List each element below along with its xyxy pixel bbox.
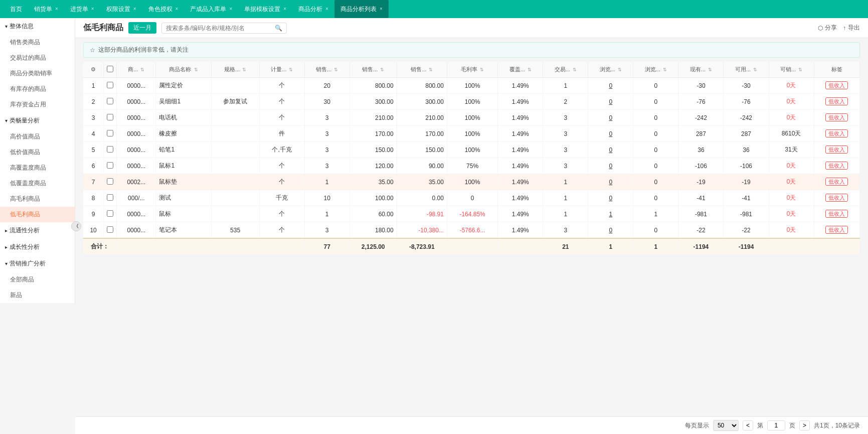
- nav-role-auth[interactable]: 角色授权 ×: [142, 0, 185, 18]
- col-select-all[interactable]: [104, 62, 117, 78]
- close-icon[interactable]: ×: [229, 0, 232, 18]
- page-label: 第: [757, 421, 763, 430]
- close-icon[interactable]: ×: [176, 0, 179, 18]
- sidebar-item-stocked-products[interactable]: 有库存的商品: [0, 81, 75, 97]
- nav-purchase-order[interactable]: 进货单 ×: [64, 0, 100, 18]
- sidebar-group-flow-analysis[interactable]: ▾ 类畅量分析: [0, 112, 75, 129]
- row-unit: 件: [259, 126, 304, 142]
- sidebar-group-marketing[interactable]: ▾ 营销推广分析: [0, 255, 75, 272]
- row-num: 10: [83, 222, 104, 239]
- row-transactions: 3: [543, 158, 588, 174]
- time-filter-button[interactable]: 近一月: [128, 22, 156, 34]
- row-coverage: 1.49%: [498, 94, 543, 110]
- sidebar-item-high-margin[interactable]: 高毛利商品: [0, 191, 75, 207]
- row-num: 2: [83, 94, 104, 110]
- sidebar-item-new-products[interactable]: 新品: [0, 287, 75, 303]
- close-icon[interactable]: ×: [91, 0, 94, 18]
- row-sales-profit: 90.00: [397, 158, 447, 174]
- row-coverage: 1.49%: [498, 158, 543, 174]
- export-icon: ↑: [843, 25, 846, 32]
- next-page-button[interactable]: >: [799, 420, 810, 430]
- close-icon[interactable]: ×: [55, 0, 58, 18]
- select-all-checkbox[interactable]: [107, 66, 113, 72]
- row-spec: [211, 190, 259, 206]
- warning-icon: ☆: [90, 47, 95, 54]
- row-coverage: 1.49%: [498, 206, 543, 222]
- row-current-stock: -19: [678, 174, 724, 190]
- row-transactions: 3: [543, 142, 588, 158]
- row-checkbox[interactable]: [107, 162, 113, 169]
- page-number-input[interactable]: [767, 420, 785, 430]
- row-sellable: 31天: [769, 142, 814, 158]
- row-coverage: 1.49%: [498, 190, 543, 206]
- row-num: 7: [83, 174, 104, 190]
- nav-product-analysis-list[interactable]: 商品分析列表 ×: [334, 0, 389, 18]
- row-transactions: 2: [543, 94, 588, 110]
- row-sales-qty: 1: [304, 206, 350, 222]
- close-icon[interactable]: ×: [325, 0, 328, 18]
- row-browse2: 0: [633, 190, 678, 206]
- sidebar-item-sales-products[interactable]: 销售类商品: [0, 35, 75, 50]
- pagination-bar: 每页显示 50 100 200 < 第 页 > 共1页，10条记录: [75, 416, 868, 434]
- product-table: ⚙ 商... ⇅ 商品名称 ⇅ 规格... ⇅ 计量... ⇅ 销售... ⇅ …: [83, 62, 860, 255]
- sidebar-item-high-coverage[interactable]: 高覆盖度商品: [0, 160, 75, 176]
- col-settings[interactable]: ⚙: [83, 62, 104, 78]
- nav-product-inbound[interactable]: 产成品入库单 ×: [184, 0, 238, 18]
- row-coverage: 1.49%: [498, 222, 543, 239]
- search-input[interactable]: [166, 25, 275, 32]
- row-checkbox[interactable]: [107, 178, 113, 185]
- nav-product-analysis[interactable]: 商品分析 ×: [292, 0, 334, 18]
- sidebar-item-all-products[interactable]: 全部商品: [0, 272, 75, 287]
- row-sales-profit: -10,380...: [397, 222, 447, 239]
- nav-sales-order[interactable]: 销货单 ×: [28, 0, 64, 18]
- row-checkbox[interactable]: [107, 146, 113, 153]
- close-icon[interactable]: ×: [380, 0, 383, 18]
- row-code: 0000...: [117, 78, 156, 94]
- sidebar-item-high-value[interactable]: 高价值商品: [0, 129, 75, 144]
- row-gross-rate: 0: [447, 190, 497, 206]
- sidebar-item-low-value[interactable]: 低价值商品: [0, 144, 75, 160]
- sidebar-group-overall[interactable]: ▾ 整体信息: [0, 18, 75, 35]
- row-unit: 千克: [259, 190, 304, 206]
- sidebar-group-liquidity[interactable]: ▸ 流通性分析: [0, 222, 75, 239]
- sidebar-item-traded-products[interactable]: 交易过的商品: [0, 50, 75, 66]
- sidebar-item-category-sales-rate[interactable]: 商品分类助销率: [0, 66, 75, 81]
- row-sales-price: 210.00: [350, 110, 397, 126]
- export-button[interactable]: ↑ 导出: [843, 24, 860, 32]
- close-icon[interactable]: ×: [133, 0, 136, 18]
- search-icon[interactable]: 🔍: [275, 25, 282, 32]
- prev-page-button[interactable]: <: [743, 420, 753, 430]
- sidebar-item-low-margin[interactable]: 低毛利商品: [0, 207, 75, 222]
- sidebar-item-low-coverage[interactable]: 低覆盖度商品: [0, 176, 75, 191]
- row-checkbox[interactable]: [107, 130, 113, 136]
- row-code: 0000...: [117, 158, 156, 174]
- row-checkbox[interactable]: [107, 98, 113, 104]
- share-button[interactable]: ⬡ 分享: [818, 24, 837, 32]
- row-sales-qty: 3: [304, 142, 350, 158]
- row-browse2: 0: [633, 158, 678, 174]
- row-checkbox[interactable]: [107, 226, 113, 233]
- sidebar-item-inventory-capital[interactable]: 库存资金占用: [0, 97, 75, 112]
- nav-template-settings[interactable]: 单据模板设置 ×: [238, 0, 292, 18]
- page-size-select[interactable]: 50 100 200: [713, 420, 739, 431]
- row-sales-price: 35.00: [350, 174, 397, 190]
- row-sales-profit: 800.00: [397, 78, 447, 94]
- nav-permission-settings[interactable]: 权限设置 ×: [100, 0, 142, 18]
- row-browse2: 0: [633, 110, 678, 126]
- row-code: 0000...: [117, 206, 156, 222]
- row-unit: 个: [259, 158, 304, 174]
- row-unit: 个: [259, 94, 304, 110]
- close-icon[interactable]: ×: [283, 0, 286, 18]
- row-gross-rate: 100%: [447, 174, 497, 190]
- table-row: 7 0002... 鼠标垫 个 1 35.00 35.00 100% 1.49%…: [83, 174, 860, 190]
- row-checkbox[interactable]: [107, 82, 113, 88]
- nav-home[interactable]: 首页: [4, 0, 28, 18]
- collapse-sidebar-button[interactable]: 《: [71, 221, 81, 231]
- row-checkbox[interactable]: [107, 194, 113, 201]
- col-current-stock: 现有... ⇅: [678, 62, 724, 78]
- row-checkbox[interactable]: [107, 210, 113, 217]
- row-sellable: 0天: [769, 158, 814, 174]
- row-checkbox[interactable]: [107, 114, 113, 120]
- sidebar-group-growth[interactable]: ▸ 成长性分析: [0, 239, 75, 255]
- sidebar: ▾ 整体信息 销售类商品 交易过的商品 商品分类助销率 有库存的商品 库存资金占…: [0, 18, 75, 303]
